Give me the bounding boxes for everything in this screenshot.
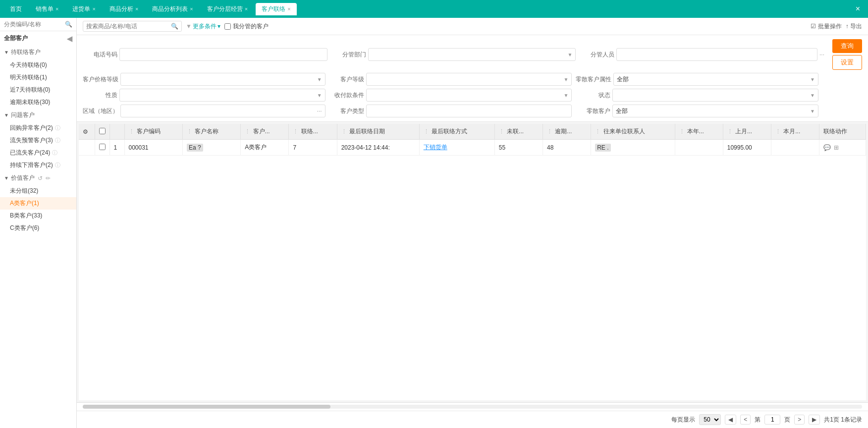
- filter-scatter-cust-select[interactable]: 全部 ▼: [612, 105, 818, 117]
- filter-cust-level-label: 客户等级: [329, 75, 364, 84]
- close-all-tabs[interactable]: ×: [852, 4, 864, 13]
- nav-product-analysis[interactable]: 商品分析 ×: [104, 3, 144, 15]
- sidebar-section-pending[interactable]: ▼ 待联络客户: [0, 46, 76, 59]
- row-checkbox-cell[interactable]: [95, 140, 109, 156]
- my-customers-checkbox[interactable]: [224, 23, 231, 30]
- value-refresh-icon[interactable]: ↺: [38, 175, 43, 182]
- nav-customer-segment-close[interactable]: ×: [245, 6, 248, 12]
- sidebar-item-declining[interactable]: 持续下滑客户(2) ⓘ: [0, 159, 76, 171]
- nav-product-list-close[interactable]: ×: [190, 6, 193, 12]
- col-un-contact[interactable]: ⋮ 未联...: [494, 124, 542, 140]
- scroll-track[interactable]: [83, 405, 862, 409]
- col-customer-code[interactable]: ⋮ 客户编码: [124, 124, 182, 140]
- filter-person-input[interactable]: [616, 48, 817, 61]
- page-next-step[interactable]: >: [794, 415, 805, 425]
- nav-customer-contact-close[interactable]: ×: [287, 6, 290, 12]
- sidebar-item-class-a[interactable]: A类客户(1): [0, 197, 76, 210]
- page-input[interactable]: [764, 415, 780, 425]
- scatter-attr-arrow: ▼: [810, 77, 815, 82]
- page-prev-step[interactable]: <: [740, 415, 751, 425]
- nav-home[interactable]: 首页: [4, 3, 28, 15]
- page-prev-btn[interactable]: ◀: [725, 415, 736, 425]
- sidebar-item-tomorrow[interactable]: 明天待联络(1): [0, 71, 76, 84]
- value-edit-icon[interactable]: ✏: [46, 175, 51, 182]
- col-last-month[interactable]: ⋮ 上月...: [723, 124, 771, 140]
- sidebar-item-class-c[interactable]: C类客户(6): [0, 222, 76, 234]
- top-nav: 首页 销售单 × 进货单 × 商品分析 × 商品分析列表 × 客户分层经营 × …: [0, 0, 868, 18]
- sidebar-item-today[interactable]: 今天待联络(0): [0, 59, 76, 71]
- action-chat-icon[interactable]: 💬: [823, 144, 831, 151]
- col-overdue[interactable]: ⋮ 逾期...: [542, 124, 591, 140]
- my-customers-check[interactable]: 我分管的客户: [224, 22, 269, 31]
- action-link-icon[interactable]: ⊞: [834, 144, 839, 151]
- sidebar-item-lost-warning[interactable]: 流失预警客户(3) ⓘ: [0, 134, 76, 147]
- filter-payment-select[interactable]: ▼: [366, 89, 572, 102]
- col-this-month[interactable]: ⋮ 本月...: [771, 124, 819, 140]
- batch-operations-btn[interactable]: ☑ 批量操作: [811, 22, 841, 31]
- col-checkbox-all[interactable]: [95, 124, 109, 140]
- col-contact[interactable]: ⋮ 联络...: [289, 124, 337, 140]
- filter-search-icon[interactable]: 🔍: [171, 23, 178, 30]
- sidebar-search-bar[interactable]: 🔍: [0, 18, 76, 31]
- filter-nature-label: 性质: [83, 91, 117, 100]
- col-last-date[interactable]: ⋮ 最后联络日期: [337, 124, 419, 140]
- filter-dept-select[interactable]: ▼: [368, 48, 576, 61]
- filter-person-more[interactable]: ···: [819, 51, 824, 58]
- filter-cust-level-select[interactable]: ▼: [366, 73, 572, 86]
- filter-scatter-cust-label: 零散客户: [576, 107, 610, 115]
- col-customer-type[interactable]: ⋮ 客户...: [241, 124, 289, 140]
- sidebar-all-customers[interactable]: 全部客户 ◀: [0, 31, 76, 46]
- total-records-label: 共1页 1条记录: [824, 416, 862, 424]
- horizontal-scrollbar[interactable]: [77, 402, 868, 411]
- nav-sales[interactable]: 销售单 ×: [30, 3, 64, 15]
- col-settings[interactable]: ⚙: [79, 124, 95, 140]
- col-last-method[interactable]: ⋮ 最后联络方式: [419, 124, 494, 140]
- filter-price-level-select[interactable]: ▼: [120, 73, 326, 86]
- sidebar-collapse-icon[interactable]: ◀: [67, 35, 72, 43]
- export-btn[interactable]: ↑ 导出: [846, 22, 862, 31]
- filter-phone-input[interactable]: [119, 48, 327, 61]
- sidebar-item-class-b[interactable]: B类客户(33): [0, 210, 76, 222]
- filter-status-label: 状态: [576, 91, 610, 100]
- filter-nature-select[interactable]: ▼: [119, 89, 326, 102]
- filter-status-select[interactable]: ▼: [612, 89, 818, 102]
- row-code-cell: 000031: [124, 140, 182, 156]
- filter-cust-type-select[interactable]: [366, 105, 572, 117]
- per-page-select[interactable]: 50: [699, 414, 721, 425]
- row-checkbox[interactable]: [99, 144, 106, 150]
- nav-customer-segment[interactable]: 客户分层经营 ×: [201, 3, 254, 15]
- filter-status: 状态 ▼: [576, 89, 818, 102]
- sidebar-item-ungrouped[interactable]: 未分组(32): [0, 185, 76, 197]
- sidebar-section-value[interactable]: ▼ 价值客户 ↺ ✏: [0, 171, 76, 185]
- sidebar-item-7days[interactable]: 近7天待联络(0): [0, 84, 76, 96]
- nav-sales-close[interactable]: ×: [55, 6, 58, 12]
- filter-scatter-attr-select[interactable]: 全部 ▼: [613, 73, 818, 86]
- col-this-year[interactable]: ⋮ 本年...: [675, 124, 723, 140]
- row-actions-cell[interactable]: 💬 ⊞: [819, 140, 866, 156]
- filter-region-select[interactable]: ···: [120, 105, 326, 117]
- sidebar-search-icon[interactable]: 🔍: [65, 21, 72, 28]
- page-next-btn[interactable]: ▶: [809, 415, 820, 425]
- nav-purchase-close[interactable]: ×: [92, 6, 95, 12]
- select-all-checkbox[interactable]: [99, 128, 106, 134]
- col-unit-contact[interactable]: ⋮ 往来单位联系人: [591, 124, 675, 140]
- scroll-thumb[interactable]: [83, 405, 330, 409]
- sidebar-section-problem[interactable]: ▼ 问题客户: [0, 108, 76, 122]
- sidebar-search-input[interactable]: [4, 21, 63, 28]
- sidebar-item-lost[interactable]: 已流失客户(24) ⓘ: [0, 147, 76, 159]
- nav-product-list[interactable]: 商品分析列表 ×: [146, 3, 199, 15]
- region-dots[interactable]: ···: [317, 107, 322, 114]
- nav-purchase[interactable]: 进货单 ×: [66, 3, 101, 15]
- sidebar-item-overdue[interactable]: 逾期未联络(30): [0, 96, 76, 108]
- nav-product-analysis-close[interactable]: ×: [135, 6, 138, 12]
- filter-more-conditions[interactable]: ▼ 更多条件 ▾: [186, 22, 220, 31]
- query-button[interactable]: 查询: [832, 39, 862, 53]
- nav-customer-contact[interactable]: 客户联络 ×: [256, 3, 296, 15]
- sidebar-item-repurchase-abnormal[interactable]: 回购异常客户(2) ⓘ: [0, 122, 76, 134]
- filter-search-box[interactable]: 🔍: [83, 21, 182, 32]
- filter-search-input[interactable]: [86, 23, 169, 30]
- col-customer-name[interactable]: ⋮ 客户名称: [182, 124, 240, 140]
- row-last-method-cell[interactable]: 下销货单: [419, 140, 494, 156]
- page-label: 第: [755, 416, 760, 424]
- settings-button[interactable]: 设置: [832, 55, 862, 70]
